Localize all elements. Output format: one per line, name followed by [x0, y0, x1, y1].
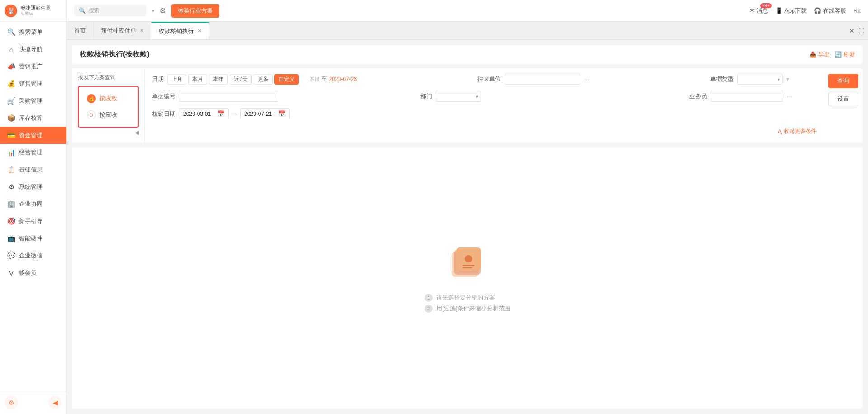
- sidebar-item-sales[interactable]: 💰 销售管理: [0, 75, 66, 92]
- sidebar-item-inventory[interactable]: 📦 库存核算: [0, 109, 66, 127]
- app-download-button[interactable]: 📱 App下载: [775, 7, 807, 15]
- staff-label: 业务员: [689, 92, 707, 100]
- filter-actions: 查询 设置: [824, 68, 863, 143]
- step-1-text: 请先选择要分析的方案: [436, 294, 495, 302]
- message-button[interactable]: ✉ 消息 99+: [750, 7, 768, 15]
- online-service-button[interactable]: 🎧 在线客服: [814, 7, 846, 15]
- app-logo: 🐰 畅捷通好生意 标准版: [0, 0, 66, 22]
- sidebar-item-search[interactable]: 🔍 搜索菜单: [0, 24, 66, 41]
- nav-icon-guide: 🎯: [7, 217, 15, 225]
- voucher-no-input[interactable]: [179, 91, 278, 102]
- collapse-icon: ⋀: [778, 128, 782, 135]
- tab-prepay[interactable]: 预付冲应付单 ✕: [94, 22, 151, 39]
- by-receipt-icon: 💰: [87, 94, 96, 103]
- sidebar-item-purchase[interactable]: 🛒 采购管理: [0, 92, 66, 109]
- custom-btn[interactable]: 自定义: [274, 74, 299, 85]
- sidebar-item-system[interactable]: ⚙ 系统管理: [0, 178, 66, 195]
- this-month-btn[interactable]: 本月: [188, 74, 207, 85]
- sidebar-item-member[interactable]: V 畅会员: [0, 264, 66, 281]
- verify-date-field: 核销日期 2023-03-01 📅 — 2023-07-21 📅: [152, 108, 816, 119]
- filter-sidebar-title: 按以下方案查询: [78, 74, 139, 81]
- message-icon: ✉: [750, 7, 755, 14]
- nav-label-wechat: 企业微信: [19, 252, 42, 260]
- collapse-label: 收起更多条件: [784, 128, 816, 135]
- export-label: 导出: [818, 51, 830, 59]
- sidebar-item-finance[interactable]: 💳 资金管理: [0, 127, 66, 144]
- tab-expand-icon[interactable]: ⛶: [858, 27, 864, 34]
- sidebar-item-marketing[interactable]: 📣 营销推广: [0, 58, 66, 75]
- query-button[interactable]: 查询: [828, 74, 858, 88]
- filter-row-3: 核销日期 2023-03-01 📅 — 2023-07-21 📅: [152, 108, 816, 119]
- solution-button[interactable]: 体验行业方案: [171, 4, 219, 18]
- export-icon: 📤: [809, 51, 816, 58]
- tab-actions: ✕ ⛶: [845, 22, 868, 39]
- verify-date-end-value: 2023-07-21: [244, 111, 272, 117]
- counterparty-field: 往来单位 ···: [477, 74, 590, 85]
- settings-button[interactable]: 设置: [828, 92, 858, 106]
- filter-option-by-receipt[interactable]: 💰 按收款: [82, 90, 134, 107]
- tab-close-all-icon[interactable]: ✕: [849, 27, 854, 34]
- counterparty-input[interactable]: [505, 74, 580, 85]
- topbar-search-box[interactable]: 🔍 搜索: [74, 5, 146, 16]
- sidebar-item-enterprise[interactable]: 🏢 企业协同: [0, 195, 66, 213]
- verify-date-end-calendar-icon: 📅: [278, 110, 286, 117]
- service-label: 在线客服: [823, 7, 846, 15]
- tab-prepay-close[interactable]: ✕: [140, 28, 144, 33]
- nav-label-hardware: 智能硬件: [19, 234, 42, 243]
- prev-month-btn[interactable]: 上月: [167, 74, 186, 85]
- dept-select[interactable]: [436, 91, 481, 102]
- step-1-num: 1: [425, 294, 433, 302]
- verify-date-end-input[interactable]: 2023-07-21 📅: [240, 108, 290, 119]
- nav-label-basic: 基础信息: [19, 166, 42, 174]
- dept-label: 部门: [420, 92, 432, 100]
- message-badge: 99+: [760, 3, 772, 8]
- staff-field: 业务员 ···: [689, 91, 816, 102]
- counterparty-more-dots[interactable]: ···: [584, 76, 590, 83]
- nav-label-member: 畅会员: [19, 269, 37, 277]
- tab-receipt-verify[interactable]: 收款核销执行 ✕: [151, 22, 209, 39]
- nav-label-system: 系统管理: [19, 183, 42, 191]
- topbar-gear-icon[interactable]: ⚙: [160, 6, 166, 15]
- date-buttons-group: 上月 本月 本年 近7天 更多 自定义: [167, 74, 299, 85]
- verify-date-start-calendar-icon: 📅: [217, 110, 225, 117]
- nav-icon-operation: 📊: [7, 148, 15, 157]
- more-btn[interactable]: 更多: [254, 74, 273, 85]
- sidebar-item-hardware[interactable]: 📺 智能硬件: [0, 230, 66, 247]
- 7days-btn[interactable]: 近7天: [230, 74, 252, 85]
- app-icon: 📱: [775, 7, 783, 14]
- sidebar-nav: 🔍 搜索菜单⌂ 快捷导航📣 营销推广💰 销售管理🛒 采购管理📦 库存核算💳 资金…: [0, 22, 66, 391]
- nav-label-inventory: 库存核算: [19, 114, 42, 122]
- page-header: 收款核销执行(按收款) 📤 导出 🔄 刷新: [72, 45, 863, 64]
- export-button[interactable]: 📤 导出: [809, 51, 830, 59]
- filter-collapse-button[interactable]: ◀: [78, 129, 139, 136]
- sidebar-item-basic[interactable]: 📋 基础信息: [0, 161, 66, 178]
- staff-input[interactable]: [711, 91, 783, 102]
- by-receipt-label: 按收款: [99, 95, 117, 103]
- collapse-more-area: ⋀ 收起更多条件: [152, 126, 816, 137]
- tab-receipt-verify-close[interactable]: ✕: [198, 28, 202, 34]
- sidebar-item-guide[interactable]: 🎯 新手引导: [0, 213, 66, 230]
- sidebar-item-operation[interactable]: 📊 经营管理: [0, 144, 66, 161]
- user-name[interactable]: Rit: [854, 7, 861, 14]
- verify-date-start-input[interactable]: 2023-03-01 📅: [179, 108, 229, 119]
- staff-more-dots[interactable]: ···: [787, 93, 792, 100]
- filter-option-by-receivable[interactable]: ⏱ 按应收: [82, 107, 134, 123]
- nav-label-purchase: 采购管理: [19, 97, 42, 105]
- tab-home[interactable]: 首页: [67, 22, 94, 39]
- sidebar-item-wechat[interactable]: 💬 企业微信: [0, 247, 66, 264]
- this-year-btn[interactable]: 本年: [209, 74, 228, 85]
- refresh-button[interactable]: 🔄 刷新: [835, 51, 855, 59]
- voucher-type-select-wrapper: [737, 74, 783, 85]
- collapse-more-button[interactable]: ⋀ 收起更多条件: [778, 126, 816, 137]
- settings-icon[interactable]: ⚙: [5, 396, 18, 409]
- date-separator-text: 至: [321, 75, 327, 83]
- collapse-sidebar-icon[interactable]: ◀: [48, 396, 62, 409]
- sidebar-item-quick-nav[interactable]: ⌂ 快捷导航: [0, 41, 66, 58]
- voucher-type-dots[interactable]: ▾: [786, 76, 789, 83]
- search-placeholder-text: 搜索: [89, 7, 99, 14]
- refresh-label: 刷新: [844, 51, 855, 59]
- filter-form-area: 日期 上月 本月 本年 近7天 更多 自定义 不限: [145, 68, 824, 143]
- topbar-dropdown-arrow[interactable]: ▾: [152, 8, 154, 13]
- empty-illustration: [445, 243, 490, 288]
- voucher-type-select[interactable]: [737, 74, 783, 85]
